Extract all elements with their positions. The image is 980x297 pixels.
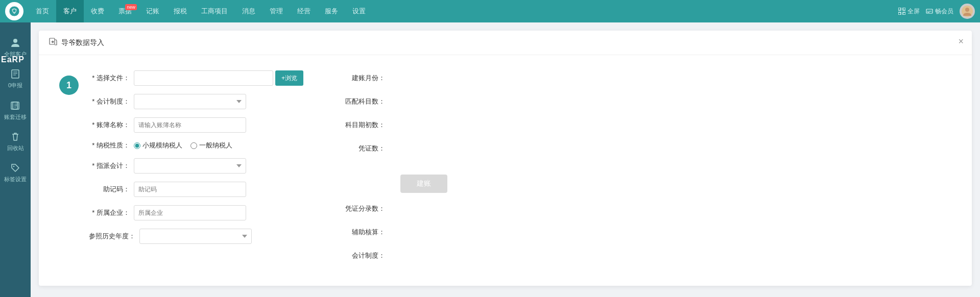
auxiliary-value [389,225,951,240]
dialog-header: 导爷数据导入 × [39,31,972,55]
svg-rect-10 [12,70,19,78]
voucher-entries-label: 凭证分录数： [334,204,385,213]
new-badge: new [125,4,137,10]
svg-point-8 [965,8,969,12]
form-rows: * 选择文件： +浏览 * 会计制度： [89,70,303,244]
account-month-label: 建账月份： [334,73,385,83]
create-btn-row: 凭证数： [334,141,951,156]
nav-operation[interactable]: 经营 [290,0,318,22]
auxiliary-label: 辅助核算： [334,228,385,237]
form-section-right: 建账月份： 匹配科目数： 科目期初数： 凭证数： [334,70,951,263]
ledger-name-label: * 账簿名称： [89,120,130,130]
accountant-label: * 指派会计： [89,161,130,170]
svg-rect-2 [898,8,901,10]
company-label: * 所属企业： [89,208,130,217]
ledger-name-row: * 账簿名称： [89,117,303,133]
voucher-entries-row: 凭证分录数： [334,201,951,216]
file-path-input[interactable] [134,70,273,86]
file-input-group: +浏览 [134,70,303,86]
sidebar-item-account-migration-label: 账套迁移 [4,113,27,120]
info-rows: 建账月份： 匹配科目数： 科目期初数： 凭证数： [334,70,951,263]
sidebar-item-label-settings[interactable]: 标签设置 [1,158,30,187]
nav-settings[interactable]: 设置 [345,0,373,22]
nav-billing[interactable]: 收费 [84,0,111,22]
match-subjects-label: 匹配科目数： [334,97,385,106]
nav-bookkeeping[interactable]: 记账 [139,0,166,22]
svg-rect-14 [50,38,55,44]
ledger-name-input[interactable] [134,117,246,133]
user-avatar[interactable] [960,4,975,19]
nav-items: 首页 客户 收费 票据 new 记账 报税 工商项目 消息 管理 经营 服务 设… [29,0,898,22]
main-content: 导爷数据导入 × 1 * 选择文件： [31,22,980,297]
tax-small-scale[interactable]: 小规模纳税人 [134,141,182,150]
subject-initial-row: 科目期初数： [334,117,951,133]
app-logo[interactable] [5,2,23,20]
memo-input[interactable] [134,182,246,197]
accounting-system-select[interactable] [134,94,246,109]
svg-rect-3 [903,8,905,10]
subject-initial-label: 科目期初数： [334,120,385,130]
nav-service[interactable]: 服务 [318,0,345,22]
fullscreen-button[interactable]: 全屏 [898,7,920,16]
form-section-left: 1 * 选择文件： +浏览 * 会计制 [59,70,303,263]
import-icon [49,38,57,47]
dialog-body: 1 * 选择文件： +浏览 * 会计制 [39,55,972,279]
nav-tax[interactable]: 报税 [166,0,194,22]
sidebar: EaRP 全部客户 0申报 [0,22,31,297]
report-icon [9,68,21,80]
nav-home[interactable]: 首页 [29,0,56,22]
tax-general[interactable]: 一般纳税人 [190,141,232,150]
voucher-count-label: 凭证数： [334,144,385,153]
person-icon [9,37,21,49]
avatar-icon [962,6,973,17]
ledger-icon [9,100,21,112]
sidebar-item-declaration[interactable]: 0申报 [1,64,30,93]
tag-icon [9,162,21,174]
app-layout: EaRP 全部客户 0申报 [0,22,980,297]
tax-type-radio-group: 小规模纳税人 一般纳税人 [134,141,232,150]
tax-type-label: * 纳税性质： [89,141,130,150]
accountant-row: * 指派会计： [89,158,303,174]
voucher-count-value [389,141,951,156]
earp-label: EaRP [1,55,25,64]
create-account-button[interactable]: 建账 [400,175,447,193]
accounting-system-display-value [389,248,951,263]
nav-message[interactable]: 消息 [235,0,262,22]
memo-row: 助记码： [89,182,303,197]
company-input[interactable] [134,205,246,220]
sidebar-item-declaration-label: 0申报 [8,82,22,89]
history-year-row: 参照历史年度： [89,229,303,244]
history-year-select[interactable] [139,229,252,244]
accounting-system-display-label: 会计制度： [334,251,385,260]
company-row: * 所属企业： [89,205,303,220]
fullscreen-icon [898,8,905,15]
nav-invoice[interactable]: 票据 new [111,0,139,22]
member-button[interactable]: 畅会员 [926,7,953,16]
nav-management[interactable]: 管理 [262,0,290,22]
step-badge: 1 [59,76,79,95]
nav-business[interactable]: 工商项目 [194,0,235,22]
file-label: * 选择文件： [89,73,130,83]
svg-rect-4 [898,12,901,15]
nav-right: 全屏 畅会员 [898,4,975,19]
accounting-system-label: * 会计制度： [89,97,130,106]
create-button-row: 建账 [334,164,951,193]
nav-clients[interactable]: 客户 [56,0,84,22]
sidebar-item-recycle[interactable]: 回收站 [1,127,30,156]
account-month-row: 建账月份： [334,70,951,86]
accounting-system-row: * 会计制度： [89,94,303,109]
accountant-select[interactable] [134,158,246,174]
dialog-close-button[interactable]: × [958,37,964,46]
sidebar-item-recycle-label: 回收站 [7,144,24,152]
auxiliary-row: 辅助核算： [334,225,951,240]
trash-icon [9,131,21,143]
sidebar-item-account-migration[interactable]: 账套迁移 [1,95,30,125]
file-select-row: * 选择文件： +浏览 [89,70,303,86]
dialog-panel: 导爷数据导入 × 1 * 选择文件： [39,31,972,286]
sidebar-item-label-settings-label: 标签设置 [4,176,27,183]
memo-label: 助记码： [89,185,130,194]
browse-button[interactable]: +浏览 [275,70,303,86]
svg-point-13 [13,166,14,167]
subject-initial-value [389,117,951,133]
match-subjects-value [389,94,951,109]
